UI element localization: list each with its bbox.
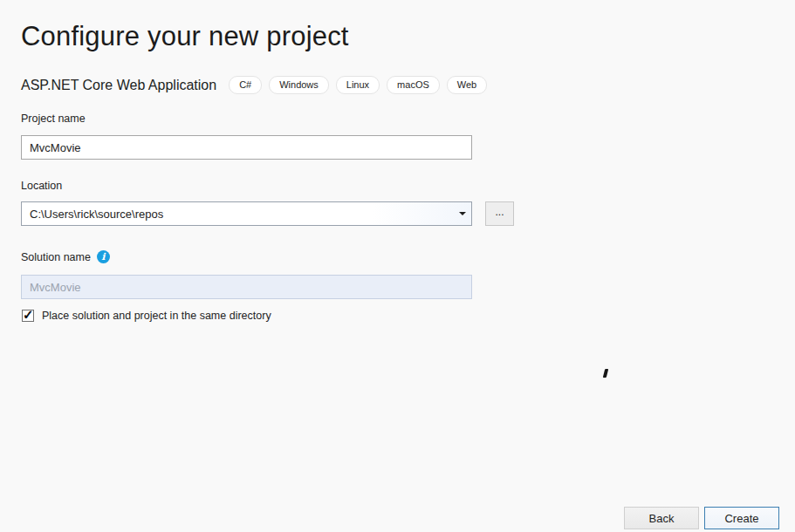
same-directory-checkbox[interactable] [22,310,34,322]
solution-name-label-row: Solution name i [21,250,110,263]
tag-pill-csharp: C# [229,76,262,94]
tag-pill-web: Web [447,76,487,94]
template-row: ASP.NET Core Web Application C# Windows … [21,76,487,94]
location-dropdown-button[interactable] [454,202,471,225]
tag-pill-windows: Windows [269,76,329,94]
page-title: Configure your new project [21,21,349,52]
location-combobox[interactable]: C:\Users\rick\source\repos [21,201,472,226]
solution-name-label: Solution name [21,251,91,263]
solution-name-input [21,275,472,299]
same-directory-row: Place solution and project in the same d… [22,310,271,322]
location-value: C:\Users\rick\source\repos [22,208,454,221]
info-icon[interactable]: i [97,250,110,263]
tag-pill-linux: Linux [336,76,380,94]
project-name-input[interactable] [21,135,472,160]
stray-cursor-mark [603,369,608,378]
browse-button[interactable]: ... [485,201,514,226]
configure-project-dialog: Configure your new project ASP.NET Core … [0,0,795,532]
footer-buttons: Back Create [624,507,779,529]
create-button[interactable]: Create [704,507,779,529]
template-name: ASP.NET Core Web Application [21,78,216,93]
back-button[interactable]: Back [624,507,699,529]
chevron-down-icon [459,212,466,215]
project-name-label: Project name [21,113,86,125]
tag-pill-macos: macOS [387,76,440,94]
same-directory-label: Place solution and project in the same d… [42,310,271,322]
location-label: Location [21,180,62,192]
tag-list: C# Windows Linux macOS Web [229,76,487,94]
